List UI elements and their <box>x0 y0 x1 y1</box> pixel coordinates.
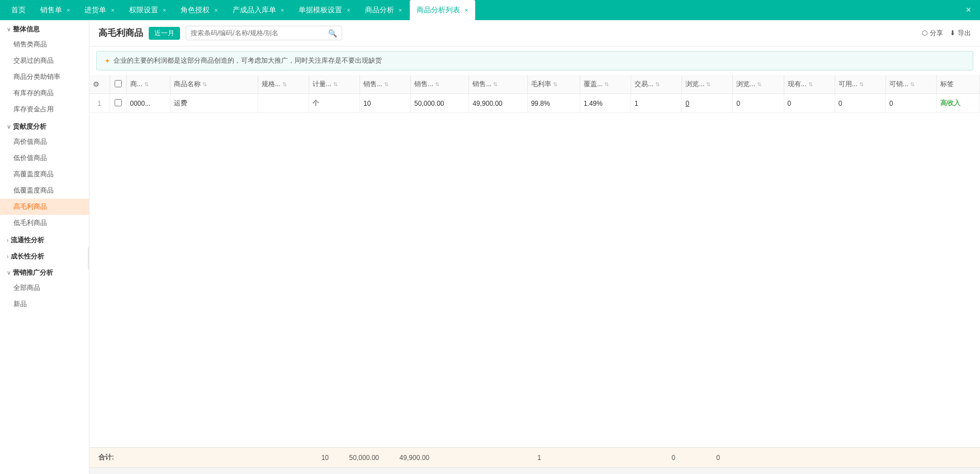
col-sellable[interactable]: 可销... ⇅ <box>886 75 936 94</box>
col-browse1[interactable]: 浏览... ⇅ <box>682 75 733 94</box>
sidebar-item-sales-goods[interactable]: 销售类商品 <box>0 36 89 53</box>
sidebar-group-liquidity[interactable]: › 流通性分析 <box>0 231 89 247</box>
sidebar-group-contribution-label: 贡献度分析 <box>13 122 46 132</box>
col-sales-amount[interactable]: 销售... ⇅ <box>411 75 469 94</box>
nav-role-close[interactable]: × <box>214 7 217 13</box>
sidebar-item-low-margin[interactable]: 低毛利商品 <box>0 215 89 231</box>
cell-rownum: 1 <box>89 94 110 113</box>
col-sales-qty[interactable]: 销售... ⇅ <box>359 75 410 94</box>
sidebar-item-stocked-goods[interactable]: 有库存的商品 <box>0 85 89 101</box>
sidebar-item-all-goods[interactable]: 全部商品 <box>0 280 89 296</box>
nav-analysis-label: 商品分析 <box>365 5 394 15</box>
nav-analysis-list-label: 商品分析列表 <box>416 5 460 15</box>
arrow-icon-4: › <box>7 254 8 260</box>
col-current[interactable]: 现有... ⇅ <box>784 75 835 94</box>
arrow-icon-5: ∨ <box>7 270 11 276</box>
search-box: 🔍 <box>186 26 342 40</box>
col-code[interactable]: 商... ⇅ <box>126 75 170 94</box>
filter-recent-month-btn[interactable]: 近一月 <box>149 27 180 40</box>
sort-icon-sellable: ⇅ <box>910 81 915 87</box>
cell-sellable: 0 <box>886 94 936 113</box>
sidebar-item-new-goods[interactable]: 新品 <box>0 296 89 312</box>
sort-icon-trans: ⇅ <box>655 81 660 87</box>
nav-permission[interactable]: 权限设置 × <box>122 0 173 20</box>
export-btn[interactable]: ⬇ 导出 <box>950 29 971 38</box>
nav-purchase[interactable]: 进货单 × <box>78 0 121 20</box>
cell-checkbox[interactable] <box>110 94 126 113</box>
cell-transactions: 1 <box>631 94 682 113</box>
export-label: 导出 <box>958 29 971 38</box>
info-banner: ✦ 企业的主要的利润都是这部分商品创造的，可考虑加大推广，同时关注库存是不要出现… <box>96 51 973 71</box>
sidebar-item-low-coverage[interactable]: 低覆盖度商品 <box>0 182 89 199</box>
search-icon[interactable]: 🔍 <box>328 29 337 37</box>
footer-sales-cost: 49,900.00 <box>382 454 433 462</box>
col-available[interactable]: 可用... ⇅ <box>835 75 886 94</box>
sidebar-group-overall[interactable]: ∨ 整体信息 <box>0 20 89 36</box>
select-all-checkbox[interactable] <box>115 80 122 87</box>
nav-template-close[interactable]: × <box>347 7 350 13</box>
col-spec[interactable]: 规格... ⇅ <box>258 75 309 94</box>
sidebar-item-high-coverage[interactable]: 高覆盖度商品 <box>0 166 89 182</box>
nav-purchase-close[interactable]: × <box>111 7 114 13</box>
col-gross-rate[interactable]: 毛利率 ⇅ <box>527 75 580 94</box>
search-input[interactable] <box>191 29 328 37</box>
arrow-icon: ∨ <box>7 26 11 32</box>
sidebar-item-high-margin[interactable]: 高毛利商品 <box>0 199 89 215</box>
content-header: 高毛利商品 近一月 🔍 ⬡ 分享 ⬇ 导出 <box>89 20 980 46</box>
cell-browse1[interactable]: 0 <box>682 94 733 113</box>
nav-produce-label: 产成品入库单 <box>233 5 276 15</box>
sort-icon-current: ⇅ <box>808 81 813 87</box>
footer-current: 0 <box>634 454 679 462</box>
row-checkbox[interactable] <box>115 99 122 106</box>
nav-analysis[interactable]: 商品分析 × <box>358 0 409 20</box>
nav-template[interactable]: 单据模板设置 × <box>292 0 357 20</box>
nav-sales[interactable]: 销售单 × <box>34 0 77 20</box>
sort-icon-name: ⇅ <box>202 81 207 87</box>
nav-produce-close[interactable]: × <box>281 7 284 13</box>
footer-available: 0 <box>679 454 723 462</box>
sidebar-group-growth[interactable]: › 成长性分析 <box>0 247 89 264</box>
export-icon: ⬇ <box>950 29 955 37</box>
col-cover-rate[interactable]: 覆盖... ⇅ <box>580 75 631 94</box>
cell-unit: 个 <box>309 94 359 113</box>
nav-home[interactable]: 首页 <box>4 0 32 20</box>
sidebar-item-low-value[interactable]: 低价值商品 <box>0 150 89 166</box>
data-table: ⚙ 商... ⇅ 商品名称 <box>89 75 980 113</box>
col-browse2[interactable]: 浏览... ⇅ <box>733 75 784 94</box>
col-tag[interactable]: 标签 <box>936 75 979 94</box>
nav-sales-label: 销售单 <box>40 5 62 15</box>
sidebar-group-liquidity-label: 流通性分析 <box>11 236 44 245</box>
col-settings[interactable]: ⚙ <box>89 75 110 94</box>
col-checkbox[interactable] <box>110 75 126 94</box>
nav-permission-close[interactable]: × <box>163 7 166 13</box>
col-unit[interactable]: 计量... ⇅ <box>309 75 359 94</box>
col-transactions[interactable]: 交易... ⇅ <box>631 75 682 94</box>
horizontal-scrollbar[interactable] <box>89 467 980 474</box>
nav-produce[interactable]: 产成品入库单 × <box>226 0 291 20</box>
table-row: 1 0000... 运费 个 10 50,000.00 49,900.00 99… <box>89 94 980 113</box>
sidebar-item-high-value[interactable]: 高价值商品 <box>0 134 89 150</box>
nav-analysis-close[interactable]: × <box>399 7 402 13</box>
sidebar-group-marketing-label: 营销推广分析 <box>13 268 53 278</box>
table-container[interactable]: ⚙ 商... ⇅ 商品名称 <box>89 75 980 447</box>
sort-icon-salescost: ⇅ <box>493 81 498 87</box>
settings-icon[interactable]: ⚙ <box>93 80 100 88</box>
nav-analysis-list-close[interactable]: × <box>465 7 468 13</box>
sidebar-item-category-rate[interactable]: 商品分类助销率 <box>0 69 89 85</box>
sort-icon-code: ⇅ <box>144 81 149 87</box>
col-sales-cost[interactable]: 销售... ⇅ <box>469 75 527 94</box>
sidebar-group-contribution[interactable]: ∨ 贡献度分析 <box>0 118 89 134</box>
close-all-tabs[interactable]: × <box>962 5 976 15</box>
share-icon: ⬡ <box>922 29 927 37</box>
share-btn[interactable]: ⬡ 分享 <box>922 29 943 38</box>
cell-sales-amount: 50,000.00 <box>411 94 469 113</box>
sidebar-group-marketing[interactable]: ∨ 营销推广分析 <box>0 264 89 280</box>
share-label: 分享 <box>930 29 943 38</box>
sidebar-item-traded-goods[interactable]: 交易过的商品 <box>0 53 89 69</box>
sort-icon-available: ⇅ <box>859 81 864 87</box>
sidebar-item-stock-capital[interactable]: 库存资金占用 <box>0 101 89 118</box>
col-name[interactable]: 商品名称 ⇅ <box>170 75 258 94</box>
nav-role[interactable]: 角色授权 × <box>174 0 224 20</box>
nav-analysis-list[interactable]: 商品分析列表 × <box>410 0 475 20</box>
nav-sales-close[interactable]: × <box>67 7 70 13</box>
